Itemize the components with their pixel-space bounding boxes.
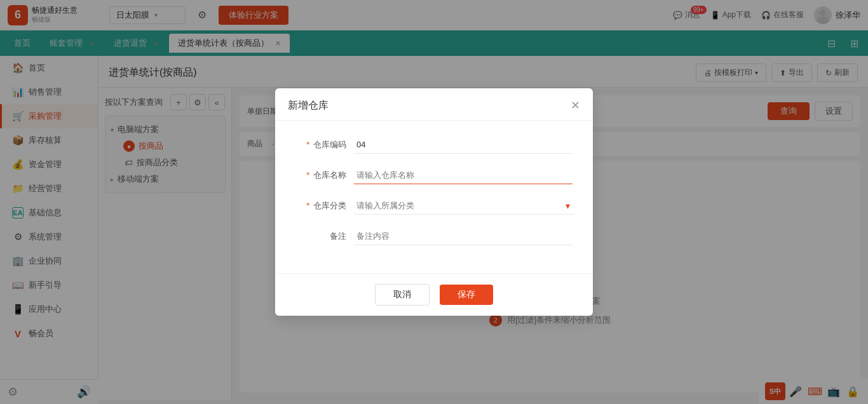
form-row-code: * 仓库编码: [295, 136, 573, 154]
modal-close-button[interactable]: ✕: [571, 98, 580, 112]
modal-body: * 仓库编码 * 仓库名称 * 仓库分类: [275, 121, 593, 273]
modal-header: 新增仓库 ✕: [275, 88, 593, 121]
required-mark-category: *: [306, 201, 309, 210]
form-row-category: * 仓库分类 ▾: [295, 197, 573, 215]
warehouse-category-input[interactable]: [354, 197, 573, 215]
modal-overlay: 新增仓库 ✕ * 仓库编码 * 仓库名称: [0, 0, 868, 404]
category-label: * 仓库分类: [295, 200, 346, 212]
required-mark-name: *: [306, 170, 309, 180]
category-dropdown-icon[interactable]: ▾: [566, 201, 570, 211]
remark-label: 备注: [295, 231, 346, 242]
code-label: * 仓库编码: [295, 139, 346, 151]
form-row-remark: 备注: [295, 227, 573, 245]
remark-input[interactable]: [354, 227, 573, 245]
warehouse-code-input[interactable]: [354, 136, 573, 154]
modal-footer: 取消 保存: [275, 273, 593, 316]
required-mark-code: *: [306, 140, 309, 149]
warehouse-name-input[interactable]: [354, 166, 573, 184]
cancel-button[interactable]: 取消: [375, 284, 430, 306]
modal-title: 新增仓库: [288, 99, 329, 112]
modal-new-warehouse: 新增仓库 ✕ * 仓库编码 * 仓库名称: [275, 88, 593, 316]
category-select-row: ▾: [354, 197, 573, 215]
form-row-name: * 仓库名称: [295, 166, 573, 184]
save-button[interactable]: 保存: [440, 285, 493, 305]
name-label: * 仓库名称: [295, 170, 346, 181]
